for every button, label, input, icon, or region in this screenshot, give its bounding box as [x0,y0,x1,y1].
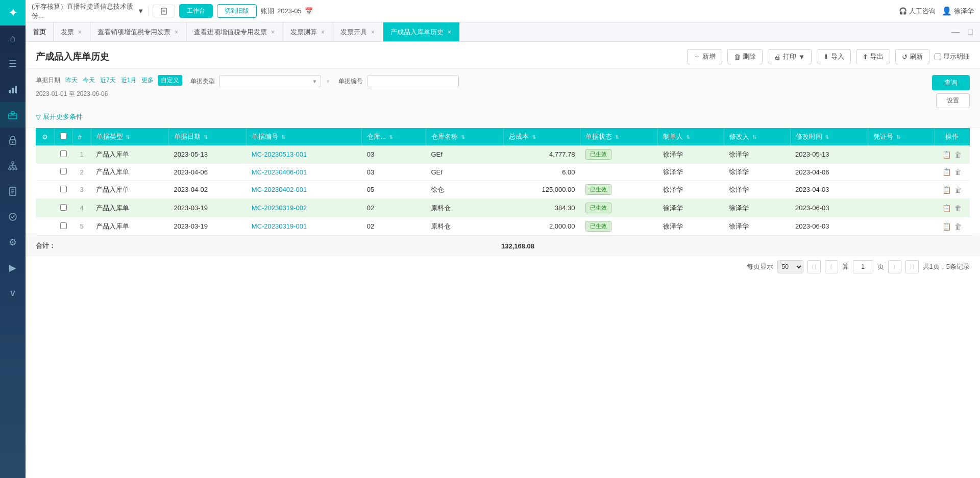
refresh-button[interactable]: ↺ 刷新 [895,49,929,64]
filter-settings-button[interactable]: 设置 [936,93,970,108]
row-edit-icon[interactable]: 📋 [942,168,951,176]
row-number[interactable]: MC-20230319-002 [247,199,362,217]
row-delete-icon[interactable]: 🗑 [954,150,962,159]
row-edit-icon[interactable]: 📋 [942,186,951,194]
tab-check-purchase-vat[interactable]: 查看进项增值税专用发票 × [187,22,283,42]
tab-check-sales-vat[interactable]: 查看销项增值税专用发票 × [90,22,187,42]
row-checkbox-cell[interactable] [54,164,72,181]
row-number-link[interactable]: MC-20230402-001 [252,186,307,193]
row-number[interactable]: MC-20230319-001 [247,217,362,236]
import-button[interactable]: ⬇ 导入 [817,49,851,64]
shortcut-today[interactable]: 今天 [82,76,96,85]
sidebar-item-home[interactable]: ⌂ [0,26,26,51]
type-select[interactable]: 产品入库单 [219,75,321,87]
sidebar-item-org[interactable] [0,153,26,179]
select-all-checkbox[interactable] [60,133,67,139]
print-button[interactable]: 🖨 打印 ▼ [768,49,812,64]
tab-check-purchase-vat-close[interactable]: × [270,29,276,36]
row-edit-icon[interactable]: 📋 [942,204,951,212]
col-total-cost-header[interactable]: 总成本 ⇅ [504,128,580,145]
query-button[interactable]: 查询 [932,75,970,90]
col-type-header[interactable]: 单据类型 ⇅ [91,128,168,145]
tab-home[interactable]: 首页 [26,22,54,42]
new-button[interactable]: ＋ 新增 [687,49,722,64]
show-details-checkbox-label[interactable]: 显示明细 [935,52,970,61]
row-number[interactable]: MC-20230406-001 [247,164,362,181]
number-input[interactable] [367,75,459,87]
col-modifier-header[interactable]: 修改人 ⇅ [724,128,790,145]
row-checkbox-cell[interactable] [54,217,72,236]
tab-minimize-button[interactable]: — [949,28,962,37]
last-page-button[interactable]: ⟩⟩ [905,260,919,273]
row-number-link[interactable]: MC-20230406-001 [252,168,307,176]
expand-conditions-button[interactable]: ▽ 展开更多条件 [36,112,970,121]
col-checkbox-all[interactable] [54,128,72,145]
sidebar-item-chart[interactable] [0,77,26,102]
row-number[interactable]: MC-20230402-001 [247,181,362,199]
switch-version-button[interactable]: 切到旧版 [217,4,257,18]
first-page-button[interactable]: ⟨⟨ [807,260,821,273]
next-page-button[interactable]: ⟩ [888,260,901,273]
delete-button[interactable]: 🗑 删除 [727,49,763,64]
col-status-header[interactable]: 单据状态 ⇅ [580,128,658,145]
export-button[interactable]: ⬆ 导出 [856,49,890,64]
shortcut-more[interactable]: 更多 [140,76,155,85]
tab-check-sales-vat-close[interactable]: × [174,29,179,36]
user-menu[interactable]: 👤 徐泽华 [942,6,974,16]
date-range-display[interactable]: 2023-01-01 至 2023-06-06 [36,90,182,98]
show-details-checkbox[interactable] [935,54,941,60]
row-checkbox[interactable] [60,204,67,211]
tab-invoice-close[interactable]: × [77,29,83,36]
row-checkbox-cell[interactable] [54,181,72,199]
shortcut-1month[interactable]: 近1月 [120,76,138,85]
row-delete-icon[interactable]: 🗑 [954,204,962,212]
tab-invoice-calc[interactable]: 发票测算 × [283,22,333,42]
row-checkbox[interactable] [60,186,67,192]
row-checkbox-cell[interactable] [54,199,72,217]
doc-template-button[interactable] [153,5,175,17]
company-selector[interactable]: (库存核算）直播轻捷通信息技术股份... ▼ [32,2,144,20]
row-checkbox[interactable] [60,222,67,229]
settings-column-icon[interactable]: ⚙ [42,133,48,141]
sidebar-item-inventory[interactable] [0,102,26,128]
page-number-input[interactable] [853,260,873,273]
sidebar-item-settings[interactable]: ⚙ [0,230,26,255]
row-delete-icon[interactable]: 🗑 [954,222,962,231]
col-warehouse-name-header[interactable]: 仓库名称 ⇅ [426,128,503,145]
workbench-button[interactable]: 工作台 [179,4,213,18]
row-checkbox[interactable] [60,150,67,157]
col-voucher-header[interactable]: 凭证号 ⇅ [868,128,934,145]
row-delete-icon[interactable]: 🗑 [954,186,962,194]
col-number-header[interactable]: 单据编号 ⇅ [247,128,362,145]
tab-product-history-close[interactable]: × [447,29,452,36]
tab-maximize-button[interactable]: □ [966,28,975,37]
row-edit-icon[interactable]: 📋 [942,150,951,159]
row-number-link[interactable]: MC-20230319-002 [252,204,307,212]
tab-invoice-open[interactable]: 发票开具 × [333,22,383,42]
row-edit-icon[interactable]: 📋 [942,222,951,231]
sidebar-item-video[interactable]: ▶ [0,255,26,281]
tab-invoice-calc-close[interactable]: × [320,29,326,36]
help-button[interactable]: 🎧 人工咨询 [899,7,936,16]
row-number[interactable]: MC-20230513-001 [247,145,362,164]
shortcut-custom[interactable]: 自定义 [158,75,182,86]
row-checkbox[interactable] [60,168,67,174]
sidebar-item-version[interactable]: V [0,281,26,306]
row-delete-icon[interactable]: 🗑 [954,168,962,176]
col-settings[interactable]: ⚙ [36,128,54,145]
col-modify-time-header[interactable]: 修改时间 ⇅ [790,128,868,145]
tab-product-history[interactable]: 产成品入库单历史 × [383,22,460,42]
sidebar-item-doc[interactable]: ☰ [0,51,26,77]
sidebar-item-task[interactable] [0,204,26,230]
col-date-header[interactable]: 单据日期 ⇅ [168,128,246,145]
calendar-icon[interactable]: 📅 [305,7,313,15]
row-checkbox-cell[interactable] [54,145,72,164]
prev-page-button[interactable]: ⟨ [825,260,838,273]
shortcut-yesterday[interactable]: 昨天 [64,76,79,85]
tab-invoice[interactable]: 发票 × [54,22,90,42]
sidebar-item-ledger[interactable] [0,179,26,204]
sidebar-item-lock[interactable] [0,128,26,153]
col-warehouse-code-header[interactable]: 仓库... ⇅ [362,128,426,145]
row-number-link[interactable]: MC-20230513-001 [252,150,307,158]
col-creator-header[interactable]: 制单人 ⇅ [658,128,724,145]
